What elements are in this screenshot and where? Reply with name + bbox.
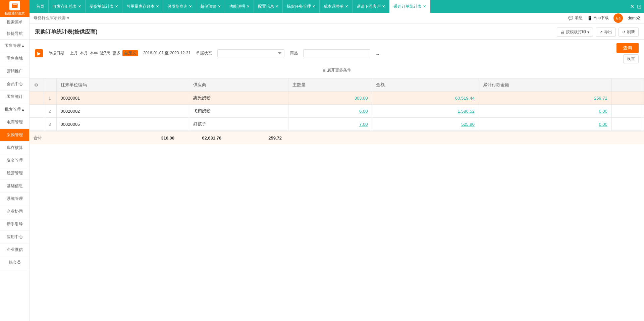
date-option-this-year[interactable]: 本年 [90, 50, 98, 56]
table-row: 1 00020001 惠氏奶粉 303.00 60,519.44 259.72 [30, 92, 644, 105]
sidebar-item-member[interactable]: 会员中心 [0, 78, 29, 91]
sidebar-item-base[interactable]: 基础信息 [0, 180, 29, 193]
row-gear[interactable] [30, 92, 43, 105]
app-download-button[interactable]: 📱 App下载 [587, 15, 609, 21]
date-range-value[interactable]: 2016-01-01 至 2023-12-31 [143, 50, 191, 56]
sidebar-item-app[interactable]: 应用中心 [0, 231, 29, 244]
template-print-button[interactable]: 🖨 按模板打印 ▾ [557, 28, 593, 37]
tab-close-icon[interactable]: ✕ [189, 4, 192, 9]
sidebar-item-purchase[interactable]: 采购管理 [0, 129, 29, 142]
row-extra [611, 105, 644, 118]
filter-toggle-button[interactable]: ▶ [35, 49, 43, 57]
nav-tab-tab2[interactable]: 要货单统计表✕ [86, 0, 122, 13]
nav-tab-tab8[interactable]: 拣货任务管理✕ [283, 0, 320, 13]
tab-close-icon[interactable]: ✕ [156, 4, 159, 9]
row-quantity[interactable]: 303.00 [288, 92, 372, 105]
row-quantity[interactable]: 6.00 [288, 105, 372, 118]
sidebar-item-ecom[interactable]: 电商管理 [0, 116, 29, 129]
row-paid[interactable]: 259.72 [479, 92, 611, 105]
tab-close-icon[interactable]: ✕ [275, 4, 278, 9]
quantity-header: 主数量 [288, 78, 372, 92]
date-option-more[interactable]: 更多 [112, 50, 120, 56]
row-paid[interactable]: 0.00 [479, 118, 611, 131]
nav-tab-tab11[interactable]: 采购订单统计表✕ [389, 0, 430, 13]
sidebar-item-wechat[interactable]: 企业微信 [0, 244, 29, 256]
goods-input[interactable] [303, 49, 370, 57]
sidebar-item-stock[interactable]: 库存核算 [0, 142, 29, 154]
tab-close-icon[interactable]: ✕ [312, 4, 315, 9]
printer-icon: 🖨 [560, 30, 565, 35]
custom-date-badge[interactable]: 自定义 [122, 50, 138, 56]
row-amount[interactable]: 525.80 [372, 118, 479, 131]
row-gear[interactable] [30, 105, 43, 118]
nav-tab-tab10[interactable]: 邀请下游客户✕ [353, 0, 389, 13]
sidebar-item-collab[interactable]: 企业协同 [0, 205, 29, 218]
sidebar-item-search[interactable]: 搜索菜单 [0, 17, 29, 28]
message-button[interactable]: 💬 消息 [568, 15, 583, 21]
row-code: 00020001 [56, 92, 189, 105]
nav-tab-home[interactable]: 首页 [32, 0, 49, 13]
sidebar-item-sys[interactable]: 系统管理 [0, 193, 29, 205]
row-paid[interactable]: 0.00 [479, 105, 611, 118]
tab-close-icon[interactable]: ✕ [382, 4, 385, 9]
page-header: 采购订单统计表(按供应商) 🖨 按模板打印 ▾ ↗ 导出 ↺ 刷新 [30, 23, 644, 40]
nav-tab-tab6[interactable]: 功能说明✕ [225, 0, 254, 13]
goods-filter-label: 商品 [290, 50, 298, 56]
row-quantity[interactable]: 7.00 [288, 118, 372, 131]
expand-more-row: ⊞ 展开更多条件 [35, 66, 639, 74]
sidebar-item-fund[interactable]: 资金管理 [0, 154, 29, 167]
nav-tab-tab9[interactable]: 成本调整单✕ [320, 0, 353, 13]
date-option-7days[interactable]: 近7天 [100, 50, 110, 56]
tab-close-icon[interactable]: ✕ [115, 4, 118, 9]
refresh-button[interactable]: ↺ 刷新 [619, 28, 639, 37]
nav-tab-tab5[interactable]: 超储预警✕ [196, 0, 225, 13]
table-footer: 合计 316.00 62,631.76 259.72 [30, 131, 644, 144]
close-window-button[interactable]: ✕ [630, 3, 634, 10]
sidebar-item-manage[interactable]: 经营管理 [0, 167, 29, 180]
gear-header[interactable]: ⚙ [30, 78, 43, 92]
sidebar-item-stat[interactable]: 零售统计 [0, 91, 29, 103]
date-option-last-month[interactable]: 上月 [70, 50, 78, 56]
tab-close-icon[interactable]: ✕ [345, 4, 348, 9]
tab-close-icon[interactable]: ✕ [247, 4, 250, 9]
sidebar-item-quick[interactable]: 快捷导航 [0, 28, 29, 40]
sidebar-item-guide[interactable]: 新手引导 [0, 218, 29, 231]
more-filters-button[interactable]: ... [376, 51, 379, 56]
tab-close-icon[interactable]: ✕ [218, 4, 221, 9]
date-option-this-month[interactable]: 本月 [80, 50, 88, 56]
sidebar-item-mall[interactable]: 零售商城 [0, 52, 29, 65]
nav-tab-tab1[interactable]: 收发存汇总表✕ [49, 0, 86, 13]
sidebar-item-marketing[interactable]: 营销推广 [0, 65, 29, 78]
breadcrumb-dropdown[interactable]: 母婴行业演示账套 ▾ [34, 15, 69, 21]
status-select[interactable] [217, 49, 284, 57]
sidebar-item-wholesale[interactable]: 批发管理▲ [0, 103, 29, 116]
sidebar-item-retail[interactable]: 零售管理▲ [0, 40, 29, 52]
tab-label: 要货单统计表 [90, 4, 114, 9]
search-button[interactable]: 查询 [616, 43, 639, 53]
tab-label: 超储预警 [200, 4, 216, 9]
footer-amount: 62,631.76 [181, 136, 221, 141]
user-name[interactable]: demo2 [628, 16, 640, 20]
header-actions: 🖨 按模板打印 ▾ ↗ 导出 ↺ 刷新 [557, 28, 639, 37]
nav-tab-tab4[interactable]: 保质期查询✕ [163, 0, 196, 13]
sidebar-label: 零售商城 [7, 56, 23, 61]
export-button[interactable]: ↗ 导出 [596, 28, 616, 37]
logo-icon [9, 1, 20, 10]
nav-tab-tab3[interactable]: 可用量库存账本✕ [122, 0, 163, 13]
row-amount[interactable]: 1,586.52 [372, 105, 479, 118]
nav-tab-tab7[interactable]: 配置信息✕ [254, 0, 283, 13]
row-amount[interactable]: 60,519.44 [372, 92, 479, 105]
paid-header: 累计付款金额 [479, 78, 611, 92]
tab-close-icon[interactable]: ✕ [78, 4, 81, 9]
maximize-window-button[interactable]: ⊡ [637, 3, 641, 10]
filter-row-1: ▶ 单据日期 上月 本月 本年 近7天 更多 自定义 2016-01-01 至 … [35, 43, 639, 63]
settings-button[interactable]: 设置 [623, 54, 639, 63]
sidebar-nav: 零售管理▲零售商城营销推广会员中心零售统计批发管理▲电商管理采购管理库存核算资金… [0, 40, 29, 321]
expand-more-button[interactable]: ⊞ 展开更多条件 [322, 67, 351, 73]
row-gear[interactable] [30, 118, 43, 131]
sidebar-label: 基础信息 [7, 183, 23, 189]
sidebar-item-vip[interactable]: 畅会员 [0, 256, 29, 269]
expand-icon: ▲ [21, 44, 25, 48]
tab-close-icon[interactable]: ✕ [423, 4, 426, 9]
sidebar-label: 电商管理 [7, 119, 23, 125]
